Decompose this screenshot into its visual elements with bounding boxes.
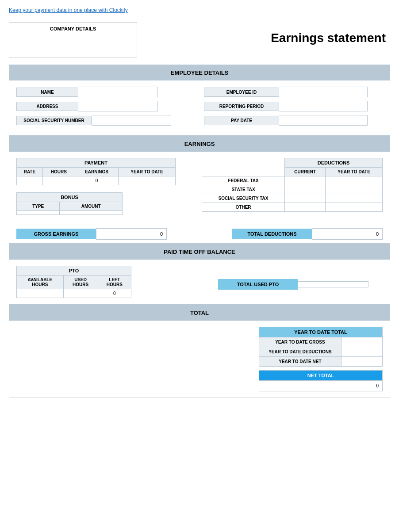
deductions-table: DEDUCTIONS CURRENT YEAR TO DATE FEDERAL … xyxy=(202,158,383,212)
gross-earnings-value: 0 xyxy=(96,228,167,240)
reporting-period-label: REPORTING PERIOD xyxy=(204,102,279,111)
pto-table-header: PTO xyxy=(17,266,131,276)
deductions-label-col xyxy=(202,168,285,176)
address-value xyxy=(78,101,158,111)
pto-col-used: USED HOURS xyxy=(63,276,98,289)
deductions-row-label: STATE TAX xyxy=(202,185,285,194)
deductions-row: OTHER xyxy=(202,203,383,212)
payment-col-rate: RATE xyxy=(17,168,43,176)
net-total-table: NET TOTAL 0 xyxy=(259,370,383,391)
payment-rate xyxy=(17,176,43,185)
pto-col-left: LEFT HOURS xyxy=(98,276,131,289)
ssn-label: SOCIAL SECURITY NUMBER xyxy=(16,116,92,125)
bonus-col-amount: AMOUNT xyxy=(60,202,123,211)
gross-earnings-total: GROSS EARNINGS 0 xyxy=(16,228,167,240)
earnings-header: EARNINGS xyxy=(9,136,390,152)
bonus-table: BONUS TYPE AMOUNT xyxy=(16,192,123,215)
deductions-col-ytd: YEAR TO DATE xyxy=(326,168,383,176)
total-header: TOTAL xyxy=(9,305,390,321)
earnings-left: PAYMENT RATE HOURS EARNINGS YEAR TO DATE… xyxy=(16,158,197,215)
name-label: NAME xyxy=(16,88,78,97)
company-box: COMPANY DETAILS xyxy=(9,22,137,57)
deductions-row: FEDERAL TAX xyxy=(202,176,383,185)
total-right-panel: YEAR TO DATE TOTAL YEAR TO DATE GROSS YE… xyxy=(259,327,383,391)
bonus-col-type: TYPE xyxy=(17,202,60,211)
total-body: YEAR TO DATE TOTAL YEAR TO DATE GROSS YE… xyxy=(9,321,390,398)
earnings-section: EARNINGS PAYMENT RATE HOURS EARNINGS YEA… xyxy=(9,136,390,244)
payment-table: PAYMENT RATE HOURS EARNINGS YEAR TO DATE… xyxy=(16,158,176,185)
employee-id-label: EMPLOYEE ID xyxy=(204,88,279,97)
name-field: NAME xyxy=(16,87,195,97)
company-details-label: COMPANY DETAILS xyxy=(50,26,96,31)
ytd-row-value xyxy=(341,357,382,367)
ytd-row-value xyxy=(341,337,382,347)
ytd-row-label: YEAR TO DATE GROSS xyxy=(259,337,341,347)
pay-date-field: PAY DATE xyxy=(204,115,383,126)
pay-date-label: PAY DATE xyxy=(204,116,279,125)
total-deductions-value: 0 xyxy=(312,228,383,240)
pto-left: PTO AVAILABLE HOURS USED HOURS LEFT HOUR… xyxy=(16,266,195,298)
pto-row: 0 xyxy=(17,289,131,298)
net-total-row: 0 xyxy=(259,381,383,391)
pto-col-available: AVAILABLE HOURS xyxy=(17,276,64,289)
details-row-1: NAME EMPLOYEE ID xyxy=(16,87,383,97)
deductions-current xyxy=(285,203,326,212)
bonus-type xyxy=(17,211,60,215)
address-label: ADDRESS xyxy=(16,102,78,111)
ytd-row-label: YEAR TO DATE NET xyxy=(259,357,341,367)
reporting-period-value xyxy=(279,101,368,111)
pay-date-value xyxy=(279,115,368,126)
total-pto-value xyxy=(298,281,368,287)
deductions-row: STATE TAX xyxy=(202,185,383,194)
pto-used xyxy=(63,289,98,298)
earnings-body: PAYMENT RATE HOURS EARNINGS YEAR TO DATE… xyxy=(9,152,390,221)
deductions-row-label: SOCIAL SECURITY TAX xyxy=(202,194,285,203)
ytd-row: YEAR TO DATE DEDUCTIONS xyxy=(259,347,383,357)
bonus-table-header: BONUS xyxy=(17,193,123,202)
pto-left: 0 xyxy=(98,289,131,298)
ytd-table-header: YEAR TO DATE TOTAL xyxy=(259,327,383,337)
gross-earnings-label: GROSS EARNINGS xyxy=(16,229,96,239)
ssn-value xyxy=(92,115,171,126)
clockify-link[interactable]: Keep your payment data in one place with… xyxy=(9,7,128,13)
header-area: COMPANY DETAILS Earnings statement xyxy=(9,22,390,57)
total-deductions-label: TOTAL DEDUCTIONS xyxy=(232,229,312,239)
pto-available xyxy=(17,289,64,298)
deductions-col-current: CURRENT xyxy=(285,168,326,176)
total-pto-row: TOTAL USED PTO xyxy=(218,279,368,290)
totals-row: GROSS EARNINGS 0 TOTAL DEDUCTIONS 0 xyxy=(9,225,390,243)
ytd-row-label: YEAR TO DATE DEDUCTIONS xyxy=(259,347,341,357)
deductions-current xyxy=(285,194,326,203)
pto-body: PTO AVAILABLE HOURS USED HOURS LEFT HOUR… xyxy=(9,260,390,304)
pto-header: PAID TIME OFF BALANCE xyxy=(9,244,390,260)
employee-details-section: EMPLOYEE DETAILS NAME EMPLOYEE ID ADDRES… xyxy=(9,65,390,136)
payment-col-ytd: YEAR TO DATE xyxy=(119,168,176,176)
total-deductions-total: TOTAL DEDUCTIONS 0 xyxy=(232,228,383,240)
employee-id-field: EMPLOYEE ID xyxy=(204,87,383,97)
top-link-container: Keep your payment data in one place with… xyxy=(9,7,390,13)
name-value xyxy=(78,87,158,97)
net-total-header: NET TOTAL xyxy=(259,371,383,381)
pto-right: TOTAL USED PTO xyxy=(204,266,383,290)
address-field: ADDRESS xyxy=(16,101,195,111)
ytd-row: YEAR TO DATE NET xyxy=(259,357,383,367)
deductions-row-label: FEDERAL TAX xyxy=(202,176,285,185)
payment-hours xyxy=(42,176,75,185)
employee-details-header: EMPLOYEE DETAILS xyxy=(9,65,390,80)
ytd-table: YEAR TO DATE TOTAL YEAR TO DATE GROSS YE… xyxy=(259,327,383,367)
pto-table: PTO AVAILABLE HOURS USED HOURS LEFT HOUR… xyxy=(16,266,131,298)
pto-section: PAID TIME OFF BALANCE PTO AVAILABLE HOUR… xyxy=(9,244,390,305)
total-pto-label: TOTAL USED PTO xyxy=(218,279,298,290)
earnings-right: DEDUCTIONS CURRENT YEAR TO DATE FEDERAL … xyxy=(202,158,383,215)
net-total-value: 0 xyxy=(259,381,383,391)
deductions-row-label: OTHER xyxy=(202,203,285,212)
payment-table-header: PAYMENT xyxy=(17,158,176,168)
payment-earnings: 0 xyxy=(75,176,119,185)
payment-row: 0 xyxy=(17,176,176,185)
deductions-current xyxy=(285,176,326,185)
total-section: TOTAL YEAR TO DATE TOTAL YEAR TO DATE GR… xyxy=(9,305,390,398)
details-row-2: ADDRESS REPORTING PERIOD xyxy=(16,101,383,111)
payment-ytd xyxy=(119,176,176,185)
deductions-row: SOCIAL SECURITY TAX xyxy=(202,194,383,203)
deductions-ytd xyxy=(326,194,383,203)
